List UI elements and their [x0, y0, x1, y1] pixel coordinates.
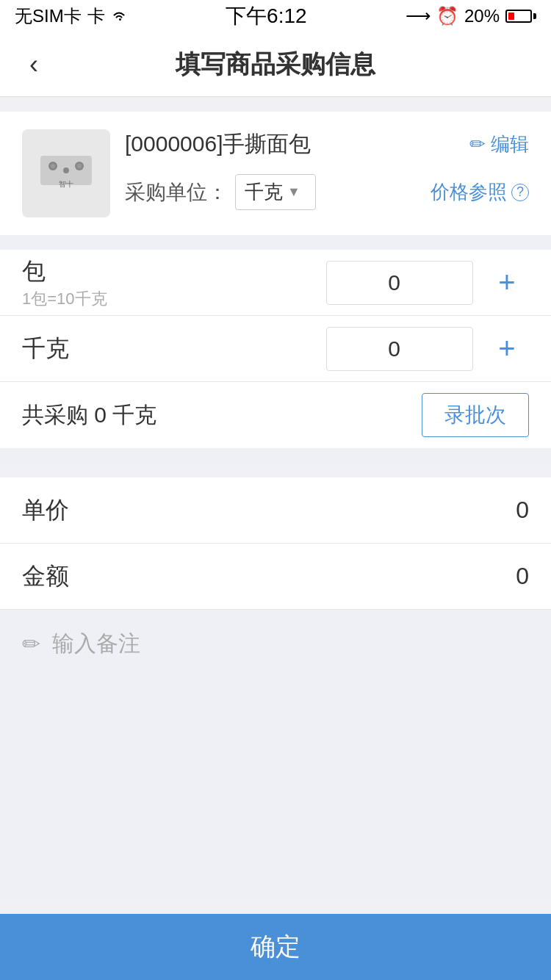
unit-price-value: 0: [516, 497, 529, 524]
purchase-unit-label: 采购单位：: [125, 179, 228, 206]
product-info: [0000006]手撕面包 ✏ 编辑 采购单位： 千克 ▼ 价格参照 ?: [125, 129, 529, 210]
bag-sublabel: 1包=10千克: [22, 288, 140, 310]
location-icon: ⟶: [406, 6, 431, 26]
unit-select[interactable]: 千克 ▼: [235, 174, 316, 210]
battery-percent: 20%: [464, 6, 500, 26]
kg-plus-button[interactable]: +: [485, 327, 529, 371]
unit-dropdown-icon: ▼: [287, 184, 300, 200]
back-button[interactable]: ‹: [22, 42, 46, 87]
price-section: 单价 0 金额 0: [0, 478, 551, 610]
bag-control: +: [140, 261, 529, 305]
edit-button[interactable]: ✏ 编辑: [469, 131, 529, 157]
svg-point-2: [51, 164, 55, 168]
amount-value: 0: [516, 563, 529, 590]
kg-control: +: [140, 327, 529, 371]
kg-label-group: 千克: [22, 333, 140, 365]
sim-icon: 卡: [87, 4, 105, 28]
bag-input[interactable]: [326, 261, 473, 305]
kg-label: 千克: [22, 333, 140, 365]
svg-point-3: [63, 167, 69, 173]
confirm-button[interactable]: 确定: [0, 914, 551, 980]
status-bar: 无SIM卡 卡 下午6:12 ⟶ ⏰ 20%: [0, 0, 551, 32]
alarm-icon: ⏰: [436, 6, 458, 26]
price-ref-label: 价格参照: [431, 179, 507, 205]
kg-input[interactable]: [326, 327, 473, 371]
section-divider-1: [0, 235, 551, 250]
total-unit: 千克: [112, 403, 156, 427]
note-section[interactable]: ✏ 输入备注: [0, 610, 551, 678]
quantity-section: 包 1包=10千克 + 千克 +: [0, 250, 551, 382]
note-placeholder: 输入备注: [52, 629, 140, 659]
total-label: 共采购: [22, 403, 88, 427]
page-title: 填写商品采购信息: [176, 48, 375, 82]
wifi-icon: [111, 6, 127, 26]
price-ref-button[interactable]: 价格参照 ?: [431, 179, 529, 205]
svg-text:智十: 智十: [59, 180, 73, 188]
product-full-name: [0000006]手撕面包: [125, 129, 311, 159]
battery-icon: [505, 10, 536, 23]
carrier-label: 无SIM卡: [15, 4, 82, 28]
kg-input-row: 千克 +: [0, 316, 551, 382]
content-area: [0, 678, 551, 898]
bag-label-group: 包 1包=10千克: [22, 256, 140, 310]
unit-value: 千克: [245, 179, 283, 205]
product-name-row: [0000006]手撕面包 ✏ 编辑: [125, 129, 529, 159]
status-time: 下午6:12: [226, 2, 307, 30]
section-divider-2: [0, 448, 551, 463]
nav-bar: ‹ 填写商品采购信息: [0, 32, 551, 97]
total-text: 共采购 0 千克: [22, 400, 156, 430]
note-icon: ✏: [22, 631, 40, 657]
svg-point-5: [77, 164, 82, 168]
unit-price-label: 单价: [22, 494, 69, 527]
product-card: 智十 [0000006]手撕面包 ✏ 编辑 采购单位： 千克 ▼ 价格参照 ?: [0, 112, 551, 235]
unit-row: 采购单位： 千克 ▼ 价格参照 ?: [125, 174, 529, 210]
price-ref-icon: ?: [511, 184, 529, 201]
total-value: 0: [94, 403, 107, 427]
product-logo: 智十: [37, 148, 96, 199]
product-image: 智十: [22, 129, 110, 217]
unit-price-row: 单价 0: [0, 478, 551, 544]
bag-label: 包: [22, 256, 140, 288]
total-row: 共采购 0 千克 录批次: [0, 382, 551, 448]
bag-input-row: 包 1包=10千克 +: [0, 250, 551, 316]
amount-label: 金额: [22, 561, 69, 593]
status-right: ⟶ ⏰ 20%: [406, 6, 536, 26]
batch-button[interactable]: 录批次: [422, 393, 529, 437]
bag-plus-button[interactable]: +: [485, 261, 529, 305]
status-left: 无SIM卡 卡: [15, 4, 127, 28]
amount-row: 金额 0: [0, 544, 551, 610]
